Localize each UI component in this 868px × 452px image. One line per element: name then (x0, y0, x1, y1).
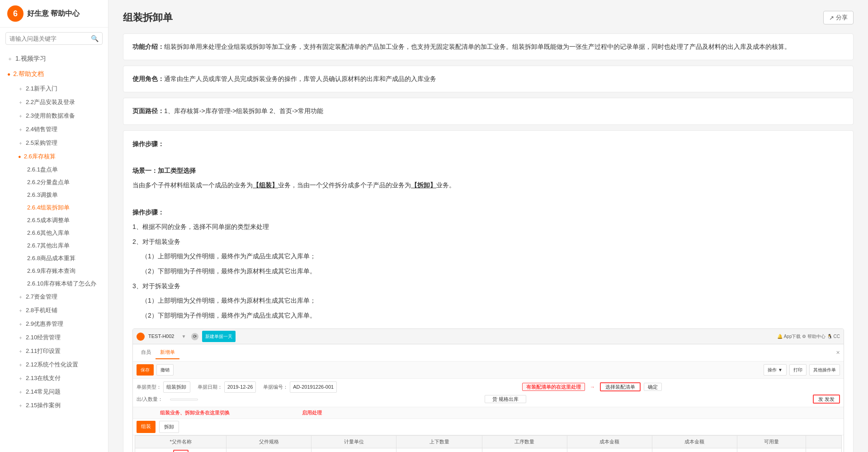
sidebar-item-2-6-2[interactable]: 2.6.2分量盘点单 (22, 176, 108, 189)
page-title: 组装拆卸单 (123, 11, 173, 24)
sidebar-item-1[interactable]: ＋ 1.视频学习 (0, 51, 108, 67)
sidebar-item-2-6-4[interactable]: 2.6.4组装拆卸单 (22, 201, 108, 214)
mock-title-bar: 自员 新增单 ✕ (133, 344, 844, 362)
expand-icon-2-6: ● (18, 154, 21, 159)
path-label: 页面路径： (132, 107, 164, 114)
mock-cell-1-4: 数量-1+1 (396, 448, 482, 452)
expand-icon-2: ● (7, 71, 10, 77)
logo-symbol: 6 (13, 9, 18, 19)
mock-cell-1-1: 成品 (135, 448, 226, 452)
sidebar-item-2-6[interactable]: ● 2.6库存核算 (13, 150, 108, 163)
intro-text: 组装拆卸单用来处理企业组装或拆卸等加工业务，支持有固定装配清单的产品加工业务，也… (164, 43, 791, 50)
mock-th-1-5: 工序数量 (482, 435, 567, 448)
sidebar-item-2-15[interactable]: ＋ 2.15操作案例 (13, 399, 108, 412)
mock-audit-btn[interactable]: 其他操作单 (809, 364, 840, 376)
sidebar-item-2-label: 2.帮助文档 (13, 70, 44, 78)
mock-doc-type-group: 单据类型： 组装拆卸 (137, 381, 190, 393)
steps-content: 操作步骤： 场景一：加工类型选择 当由多个子件材料组装成一个成品的业务为【组装】… (123, 130, 854, 452)
mock-date-label: 单据日期： (198, 382, 222, 392)
sidebar-item-2-6-3[interactable]: 2.6.3调拨单 (22, 189, 108, 201)
mock-new-doc-btn[interactable]: 新建单据一天 (202, 331, 236, 342)
search-bar[interactable]: 🔍 (5, 32, 103, 45)
mock-action-bar: 保存 撤销 操作 ▼ 打印 其他操作单 (133, 362, 844, 379)
main-content: 组装拆卸单 ↗ 分享 功能介绍：组装拆卸单用来处理企业组装或拆卸等加工业务，支持… (108, 0, 868, 452)
sidebar-item-2-6-9[interactable]: 2.6.9库存账本查询 (22, 265, 108, 277)
expand-icon-2-13: ＋ (18, 375, 23, 382)
share-button[interactable]: ↗ 分享 (823, 11, 854, 24)
expand-icon-2-4: ＋ (18, 126, 23, 133)
search-input[interactable] (9, 35, 91, 42)
sidebar-item-2[interactable]: ● 2.帮助文档 (0, 67, 108, 82)
step-3: 3、对于拆装业务 (132, 280, 844, 292)
expand-icon-2-3: ＋ (18, 113, 23, 119)
mock-screenshot: TEST-H002 ▼ ⟳ 新建单据一天 🔔 App下载 ⚙ 帮助中心 🐧 CC… (133, 329, 844, 452)
mock-tab-1[interactable]: 自员 (137, 346, 156, 359)
expand-icon-2-10: ＋ (18, 334, 23, 341)
mock-cancel-btn[interactable]: 撤销 (156, 364, 174, 376)
sidebar-item-2-10[interactable]: ＋ 2.10经营管理 (13, 331, 108, 344)
sidebar-item-2-7-label: 2.7资金管理 (26, 293, 57, 301)
mock-seg-btn-1[interactable]: 组装 (137, 421, 156, 433)
expand-icon-2-12: ＋ (18, 362, 23, 368)
sidebar-item-2-14-label: 2.14常见问题 (26, 388, 61, 396)
sidebar-item-2-8[interactable]: ＋ 2.8手机旺铺 (13, 304, 108, 317)
sidebar-item-2-3[interactable]: ＋ 2.3使用前数据准备 (13, 109, 108, 123)
expand-icon-2-14: ＋ (18, 389, 23, 395)
mock-th-1-6: 成本金额 (567, 435, 652, 448)
search-icon[interactable]: 🔍 (91, 35, 99, 42)
mock-docno-group: 单据编号： AD-20191226-001 (263, 381, 337, 393)
mock-th-1-1: *父件名称 (135, 435, 226, 448)
sidebar-item-2-7[interactable]: ＋ 2.7资金管理 (13, 290, 108, 304)
mock-close-icon[interactable]: ✕ (836, 348, 840, 357)
sidebar-item-2-13[interactable]: ＋ 2.13在线支付 (13, 371, 108, 385)
sidebar-item-2-4[interactable]: ＋ 2.4销售管理 (13, 123, 108, 136)
page-header: 组装拆卸单 ↗ 分享 (123, 11, 854, 24)
mock-apply-btn[interactable]: 发 发发 (813, 395, 840, 404)
sidebar-item-2-2-label: 2.2产品安装及登录 (26, 98, 75, 106)
sidebar-item-2-6-5[interactable]: 2.6.5成本调整单 (22, 214, 108, 227)
mock-cell-1-5 (482, 448, 567, 452)
sidebar-item-2-8-label: 2.8手机旺铺 (26, 306, 57, 314)
mock-upper-table: *父件名称 父件规格 计量单位 上下数量 工序数量 成本金额 成本金额 可用量 (135, 435, 842, 452)
step-2: 2、对于组装业务 (132, 236, 844, 248)
expand-icon-1: ＋ (7, 55, 13, 63)
sidebar-sub-2-6: 2.6.1盘点单 2.6.2分量盘点单 2.6.3调拨单 2.6.4组装拆卸单 … (13, 163, 108, 290)
steps-op-title: 操作步骤： (132, 206, 844, 219)
mock-segment-bar: 组装 拆卸 (133, 419, 844, 435)
mock-seg-btn-2[interactable]: 拆卸 (159, 421, 179, 433)
expand-icon-2-5: ＋ (18, 140, 23, 147)
sidebar-item-2-6-8[interactable]: 2.6.8商品成本重算 (22, 252, 108, 265)
sidebar-item-2-2[interactable]: ＋ 2.2产品安装及登录 (13, 95, 108, 109)
sidebar-item-2-14[interactable]: ＋ 2.14常见问题 (13, 385, 108, 399)
path-card: 页面路径：1、库存核算->库存管理->组装拆卸单 2、首页->常用功能 (123, 98, 854, 124)
sidebar-item-2-12[interactable]: ＋ 2.12系统个性化设置 (13, 358, 108, 371)
step-3-2: （2）下部明细为子件明细，最终作为产成品生成其它入库单。 (132, 309, 844, 322)
mock-refresh-icon: ⟳ (191, 333, 198, 340)
sidebar-item-2-9[interactable]: ＋ 2.9优惠券管理 (13, 317, 108, 331)
mock-print-btn[interactable]: 打印 (789, 364, 807, 376)
mock-more-btn[interactable]: 操作 ▼ (764, 364, 787, 376)
mock-tab-2[interactable]: 新增单 (156, 346, 179, 359)
sidebar-item-2-6-10[interactable]: 2.6.10库存账本错了怎么办 (22, 277, 108, 290)
mock-th-1-4: 上下数量 (396, 435, 482, 448)
intro-label: 功能介绍： (132, 43, 164, 50)
expand-icon-2-11: ＋ (18, 348, 23, 355)
sidebar-item-2-5[interactable]: ＋ 2.5采购管理 (13, 136, 108, 150)
mock-cell-1-2 (226, 448, 311, 452)
mock-save-btn[interactable]: 保存 (137, 364, 154, 376)
sidebar-item-2-6-7[interactable]: 2.6.7其他出库单 (22, 239, 108, 252)
sidebar-item-2-6-6[interactable]: 2.6.6其他入库单 (22, 227, 108, 239)
mock-confirm-btn[interactable]: 确定 (644, 383, 662, 391)
sidebar-item-2-3-label: 2.3使用前数据准备 (26, 112, 75, 120)
sidebar-item-2-6-1[interactable]: 2.6.1盘点单 (22, 163, 108, 176)
sidebar-item-2-1[interactable]: ＋ 2.1新手入门 (13, 82, 108, 95)
mock-date-group: 单据日期： 2019-12-26 (198, 381, 256, 393)
mock-warehouse-input[interactable]: 货 规格出库 (485, 395, 526, 403)
mock-docno-label: 单据编号： (263, 382, 288, 392)
screenshot-wrapper: TEST-H002 ▼ ⟳ 新建单据一天 🔔 App下载 ⚙ 帮助中心 🐧 CC… (133, 329, 844, 452)
mock-annotation-row: 组装业务、拆卸业务在这里切换 启用处理 (133, 407, 844, 419)
sidebar-item-2-13-label: 2.13在线支付 (26, 374, 61, 382)
expand-icon-2-8: ＋ (18, 307, 23, 314)
sidebar-item-2-11[interactable]: ＋ 2.11打印设置 (13, 344, 108, 358)
app-logo-circle: 6 (7, 5, 24, 22)
